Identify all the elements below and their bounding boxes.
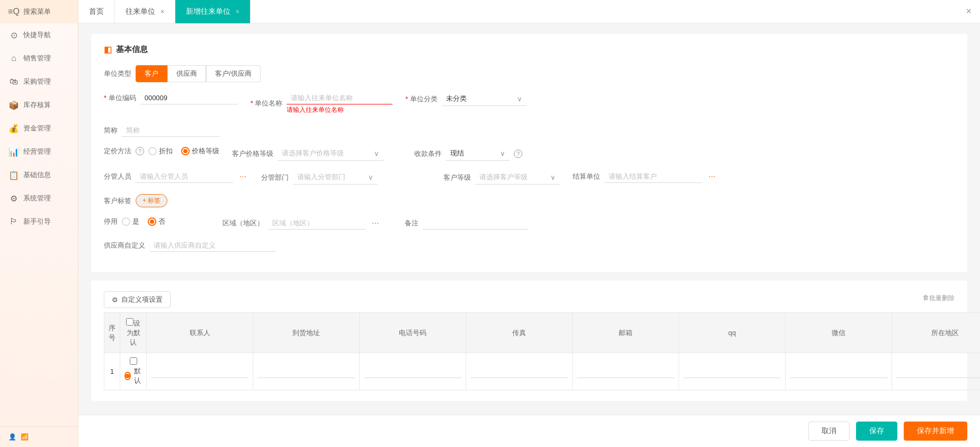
custom-settings-label: 自定义项设置 xyxy=(121,295,163,304)
custom-settings-btn[interactable]: ⚙ 自定义项设置 xyxy=(104,291,171,308)
close-all-tabs[interactable]: × xyxy=(957,6,980,17)
settlement-input[interactable] xyxy=(604,170,702,183)
row-area-input[interactable] xyxy=(896,365,980,378)
main-area: 首页 往来单位 × 新增往来单位 × × ◧ 基本信息 单位类型 客户 xyxy=(78,0,980,447)
pricing-help-icon[interactable]: ? xyxy=(136,147,144,155)
sidebar-item-system[interactable]: ⚙ 系统管理 xyxy=(0,187,78,210)
sidebar-item-purchase[interactable]: 🛍 采购管理 xyxy=(0,70,78,93)
sidebar-item-guide[interactable]: 🏳 新手引导 xyxy=(0,210,78,233)
pricing-discount-label: 折扣 xyxy=(159,146,173,156)
unit-code-input[interactable] xyxy=(140,92,238,104)
customer-level-group: 客户等级 请选择客户等级 ∨ xyxy=(443,170,560,185)
unit-type-customer-btn[interactable]: 客户 xyxy=(136,65,167,82)
row-phone-input[interactable] xyxy=(364,365,461,378)
sidebar-item-sales[interactable]: ⌂ 销售管理 xyxy=(0,47,78,70)
row-fax-input[interactable] xyxy=(470,365,568,378)
manager-more-btn[interactable]: ··· xyxy=(237,172,248,181)
unit-code-label: 单位编码 xyxy=(104,93,136,103)
customer-price-level-select[interactable]: 请选择客户价格等级 ∨ xyxy=(278,146,384,161)
customer-level-select[interactable]: 请选择客户等级 ∨ xyxy=(475,170,560,185)
add-tag-button[interactable]: + 标签 xyxy=(136,194,167,207)
row-wechat-input[interactable] xyxy=(790,365,887,378)
tab-new-partner-close[interactable]: × xyxy=(236,8,239,15)
sidebar-item-label: 资金管理 xyxy=(23,124,51,133)
row-address-input[interactable] xyxy=(257,365,355,378)
pricing-row: 定价方法 ? 折扣 价格等级 客户价格等级 xyxy=(104,146,955,161)
row-default-radio[interactable]: 默认 xyxy=(124,366,142,385)
sidebar: ≡Q 搜索菜单 ⊙ 快捷导航 ⌂ 销售管理 🛍 采购管理 📦 库存核算 💰 资金… xyxy=(0,0,78,447)
tab-bar: 首页 往来单位 × 新增往来单位 × × xyxy=(78,0,980,23)
unit-type-group: 单位类型 客户 供应商 客户/供应商 xyxy=(104,65,261,82)
sidebar-item-finance[interactable]: 💰 资金管理 xyxy=(0,117,78,140)
batch-delete-btn[interactable]: 🗑 批量删除 xyxy=(923,294,955,303)
area-input[interactable] xyxy=(268,217,366,230)
row-address xyxy=(253,353,360,390)
tab-partner[interactable]: 往来单位 × xyxy=(115,0,175,23)
customer-level-arrow: ∨ xyxy=(550,173,556,181)
manager-input[interactable] xyxy=(136,170,233,183)
tab-partner-close[interactable]: × xyxy=(161,8,164,15)
row-email-input[interactable] xyxy=(577,365,674,378)
row-fax xyxy=(466,353,573,390)
contact-table: 序号 设为默认 联系人 到货地址 电话号码 传真 邮箱 qq 微信 所在地区 操… xyxy=(104,312,980,390)
department-placeholder: 请输入分管部门 xyxy=(297,172,345,182)
unit-category-select[interactable]: 未分类 ∨ xyxy=(442,92,527,106)
sidebar-item-operations[interactable]: 📊 经营管理 xyxy=(0,140,78,163)
abbreviation-input[interactable] xyxy=(122,124,219,137)
pricing-discount-radio[interactable]: 折扣 xyxy=(148,146,173,156)
tag-row: 客户标签 + 标签 xyxy=(104,194,955,207)
remark-group: 备注 xyxy=(405,217,529,230)
disable-no-radio[interactable]: 否 xyxy=(148,217,165,226)
disable-yes-label: 是 xyxy=(132,217,139,226)
unit-type-supplier-btn[interactable]: 供应商 xyxy=(167,65,206,82)
row-default-circle xyxy=(124,372,131,380)
unit-type-both-btn[interactable]: 客户/供应商 xyxy=(206,65,261,82)
select-all-checkbox[interactable] xyxy=(126,318,133,326)
department-select[interactable]: 请输入分管部门 ∨ xyxy=(293,170,378,185)
payment-terms-select[interactable]: 现结 ∨ xyxy=(446,146,510,161)
settlement-more-btn[interactable]: ··· xyxy=(706,172,717,181)
section-title-text: 基本信息 xyxy=(116,45,148,55)
sidebar-item-search[interactable]: ≡Q 搜索菜单 xyxy=(0,0,78,23)
disable-no-circle xyxy=(148,217,156,226)
remark-input[interactable] xyxy=(423,217,529,230)
pricing-method-group: 定价方法 ? 折扣 价格等级 xyxy=(104,146,219,156)
page-content: ◧ 基本信息 单位类型 客户 供应商 客户/供应商 单位编码 xyxy=(78,23,980,415)
unit-category-group: 单位分类 未分类 ∨ xyxy=(405,92,527,106)
supplier-custom-group: 供应商自定义 xyxy=(104,239,277,252)
unit-category-label: 单位分类 xyxy=(405,94,438,104)
unit-name-input[interactable] xyxy=(287,92,393,104)
cancel-button[interactable]: 取消 xyxy=(808,422,850,441)
save-button[interactable]: 保存 xyxy=(856,422,897,441)
tab-home-label: 首页 xyxy=(89,7,104,16)
row-qq xyxy=(679,353,786,390)
sidebar-item-quick-nav[interactable]: ⊙ 快捷导航 xyxy=(0,23,78,47)
unit-type-btn-group: 客户 供应商 客户/供应商 xyxy=(136,65,261,82)
row-email xyxy=(573,353,679,390)
row-contact-input[interactable] xyxy=(151,365,248,378)
disable-yes-radio[interactable]: 是 xyxy=(122,217,139,226)
table-section: ⚙ 自定义项设置 🗑 批量删除 序号 设为默认 联系人 到货地址 电话号码 xyxy=(91,281,967,401)
unit-name-error: 请输入往来单位名称 xyxy=(287,106,393,115)
settlement-label: 结算单位 xyxy=(573,172,600,181)
payment-terms-help-icon[interactable]: ? xyxy=(514,150,522,158)
department-group: 分管部门 请输入分管部门 ∨ xyxy=(261,170,431,185)
row-checkbox[interactable] xyxy=(130,357,137,365)
section-title: ◧ 基本信息 xyxy=(104,45,955,55)
unit-type-row: 单位类型 客户 供应商 客户/供应商 xyxy=(104,65,955,82)
tab-new-partner[interactable]: 新增往来单位 × xyxy=(175,0,251,23)
row-qq-input[interactable] xyxy=(683,365,781,378)
sidebar-item-inventory[interactable]: 📦 库存核算 xyxy=(0,93,78,117)
pricing-level-radio[interactable]: 价格等级 xyxy=(181,146,219,156)
supplier-custom-label: 供应商自定义 xyxy=(104,241,145,250)
area-more-btn[interactable]: ··· xyxy=(370,218,381,228)
unit-category-arrow: ∨ xyxy=(517,95,522,103)
finance-icon: 💰 xyxy=(8,123,19,134)
col-contact: 联系人 xyxy=(147,313,253,353)
supplier-custom-input[interactable] xyxy=(149,239,277,252)
tab-home[interactable]: 首页 xyxy=(78,0,115,23)
save-and-new-button[interactable]: 保存并新增 xyxy=(904,422,967,441)
unit-name-with-error: 请输入往来单位名称 xyxy=(287,92,393,115)
pricing-level-label: 价格等级 xyxy=(192,146,219,156)
sidebar-item-basic[interactable]: 📋 基础信息 xyxy=(0,163,78,187)
